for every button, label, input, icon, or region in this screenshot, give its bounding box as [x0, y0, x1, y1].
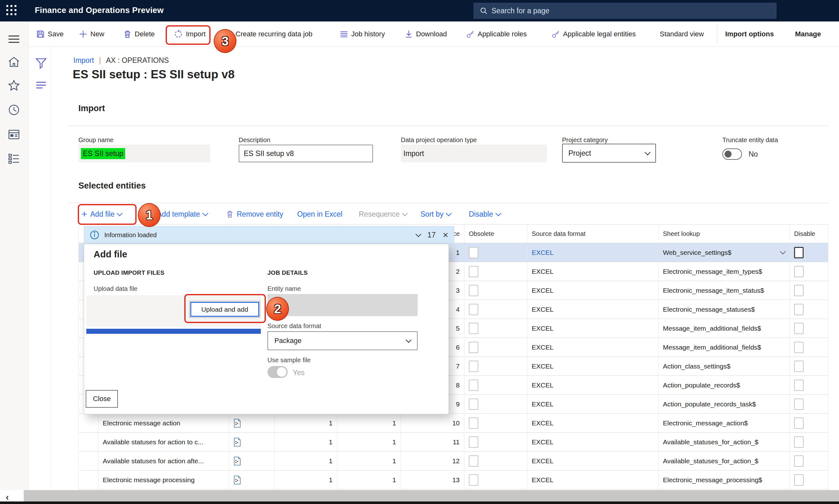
view-list-icon[interactable] [35, 80, 47, 91]
horizontal-scrollbar[interactable] [24, 490, 839, 502]
entity-icon-cell[interactable] [229, 414, 275, 433]
table-row[interactable]: Available statuses for action to c...111… [79, 433, 828, 452]
table-row[interactable]: Available statuses for action afte...111… [79, 452, 828, 470]
manage-tab[interactable]: Manage [795, 21, 821, 47]
applicable-legal-entities-button[interactable]: Applicable legal entities [552, 21, 636, 47]
sheet-lookup-cell[interactable]: Action_populate_records_task$ [658, 395, 790, 414]
close-icon[interactable]: × [443, 231, 448, 239]
obsolete-checkbox[interactable] [469, 398, 478, 410]
home-icon[interactable] [7, 56, 20, 68]
add-template-button[interactable]: Add template [157, 206, 207, 222]
disable-checkbox[interactable] [794, 323, 804, 334]
global-search-input[interactable]: Search for a page [474, 3, 776, 19]
remove-entity-button[interactable]: Remove entity [226, 206, 283, 222]
sheet-lookup-cell[interactable]: Action_class_settings$ [658, 357, 790, 376]
source-format-value: Package [274, 337, 302, 345]
row-selector-cell[interactable] [79, 433, 98, 452]
sheet-lookup-cell[interactable]: Web_service_settings$ [658, 243, 790, 262]
description-input[interactable] [239, 145, 373, 162]
applicable-roles-button[interactable]: Applicable roles [466, 21, 527, 47]
breadcrumb-import-link[interactable]: Import [73, 56, 94, 65]
create-recurring-data-job-button[interactable]: Create recurring data job [236, 21, 312, 47]
row-selector-cell[interactable] [79, 452, 98, 470]
filter-icon[interactable] [35, 57, 47, 70]
disable-checkbox[interactable] [794, 398, 804, 410]
table-row[interactable]: Electronic message processing1113EXCELEl… [79, 470, 828, 489]
entity-icon-cell[interactable] [229, 452, 275, 470]
disable-checkbox[interactable] [794, 266, 804, 277]
waffle-menu-icon[interactable] [6, 5, 18, 17]
sheet-lookup-cell[interactable]: Electronic_message_item_types$ [658, 262, 790, 281]
disable-checkbox[interactable] [794, 247, 804, 258]
save-button[interactable]: Save [36, 21, 64, 47]
sheet-lookup-cell[interactable]: Message_item_additional_fields$ [658, 319, 790, 338]
header-source-format[interactable]: Source data format [527, 224, 658, 243]
disable-checkbox[interactable] [794, 436, 804, 448]
obsolete-checkbox[interactable] [469, 455, 478, 467]
chevron-down-icon[interactable] [780, 249, 786, 254]
sort-by-button[interactable]: Sort by [421, 206, 451, 222]
new-button[interactable]: New [79, 21, 104, 47]
modules-list-icon[interactable] [7, 152, 20, 165]
obsolete-checkbox[interactable] [469, 266, 478, 277]
use-sample-file-value: Yes [293, 368, 305, 377]
obsolete-checkbox[interactable] [469, 342, 478, 353]
disable-checkbox[interactable] [794, 285, 804, 296]
sheet-lookup-cell[interactable]: Electronic_message_processing$ [658, 470, 790, 489]
disable-checkbox[interactable] [794, 417, 804, 429]
obsolete-cell [464, 357, 527, 376]
disable-checkbox[interactable] [794, 474, 804, 486]
sheet-lookup-cell[interactable]: Electronic_message_statuses$ [658, 300, 790, 319]
left-nav-rail [0, 21, 29, 504]
disable-checkbox[interactable] [794, 380, 804, 391]
sheet-lookup-cell[interactable]: Action_populate_records$ [658, 376, 790, 395]
chevron-down-icon[interactable] [415, 231, 421, 237]
download-button[interactable]: Download [405, 21, 447, 47]
entity-icon-cell[interactable] [229, 433, 275, 452]
standard-view-button[interactable]: Standard view [660, 21, 704, 47]
group-name-field[interactable]: ES SII setup [79, 145, 210, 162]
disable-checkbox[interactable] [794, 455, 804, 467]
open-in-excel-button[interactable]: Open in Excel [297, 206, 342, 222]
entity-name-cell: Available statuses for action afte... [98, 452, 229, 470]
obsolete-cell [464, 414, 527, 433]
favorites-star-icon[interactable] [7, 79, 20, 92]
project-category-select[interactable]: Project [562, 144, 656, 163]
source-format-select[interactable]: Package [268, 331, 417, 350]
obsolete-checkbox[interactable] [469, 380, 478, 391]
table-row[interactable]: Electronic message action1110EXCELElectr… [79, 414, 828, 433]
entity-icon-cell[interactable] [229, 470, 275, 489]
obsolete-checkbox[interactable] [469, 417, 478, 429]
obsolete-checkbox[interactable] [469, 323, 478, 334]
sheet-lookup-cell[interactable]: Electronic_message_action$ [658, 414, 790, 433]
row-selector-cell[interactable] [79, 470, 98, 489]
sheet-lookup-cell[interactable]: Available_statuses_for_action_$ [658, 433, 790, 452]
row-selector-cell[interactable] [79, 414, 98, 433]
obsolete-checkbox[interactable] [469, 285, 478, 296]
delete-button[interactable]: Delete [123, 21, 155, 47]
header-obsolete[interactable]: Obsolete [464, 224, 527, 243]
disable-button[interactable]: Disable [469, 206, 500, 222]
disable-checkbox[interactable] [794, 361, 804, 372]
workspaces-icon[interactable] [7, 128, 20, 141]
dialog-close-button[interactable]: Close [86, 390, 118, 408]
disable-checkbox[interactable] [794, 304, 804, 315]
header-disable[interactable]: Disable [790, 224, 828, 243]
obsolete-checkbox[interactable] [469, 474, 478, 486]
sheet-lookup-cell[interactable]: Available_statuses_for_action_$ [658, 452, 790, 470]
truncate-toggle[interactable] [722, 148, 742, 160]
upload-section-header: UPLOAD IMPORT FILES [93, 269, 165, 276]
sheet-lookup-cell[interactable]: Message_item_additional_fields$ [658, 338, 790, 357]
import-options-tab[interactable]: Import options [725, 21, 774, 47]
obsolete-checkbox[interactable] [469, 436, 478, 448]
header-sheet-lookup[interactable]: Sheet lookup [658, 224, 790, 243]
disable-checkbox[interactable] [794, 342, 804, 353]
obsolete-checkbox[interactable] [469, 304, 478, 315]
job-history-button[interactable]: Job history [340, 21, 385, 47]
recent-clock-icon[interactable] [7, 104, 20, 116]
sheet-lookup-cell[interactable]: Electronic_message_item_status$ [658, 281, 790, 300]
hamburger-menu-icon[interactable] [7, 33, 20, 46]
obsolete-checkbox[interactable] [469, 247, 478, 258]
obsolete-checkbox[interactable] [469, 361, 478, 372]
source-format-cell: EXCEL [527, 414, 658, 433]
